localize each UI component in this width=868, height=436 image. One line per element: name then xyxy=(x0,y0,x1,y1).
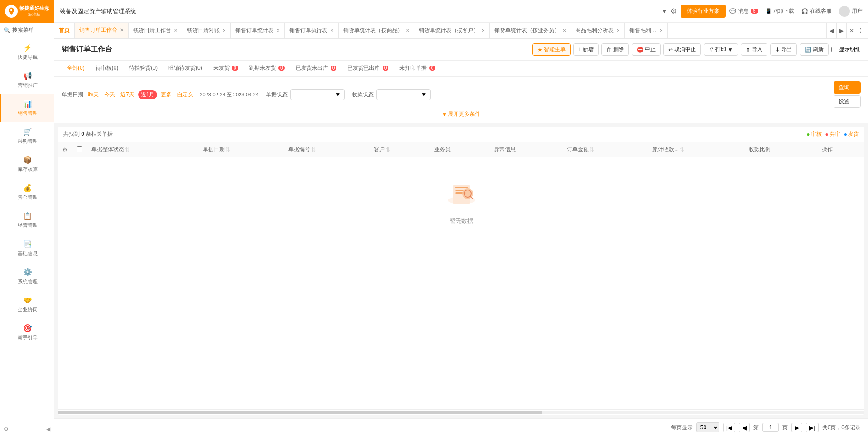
tab-close-icon-6[interactable]: ✕ xyxy=(406,28,409,33)
user-action[interactable]: 用户 xyxy=(839,6,863,17)
th-customer[interactable]: 客户 ⇅ xyxy=(369,142,429,157)
th-collected-sort[interactable]: 累计收款... ⇅ xyxy=(652,146,740,153)
sidebar-item-guide[interactable]: 🎯 新手引导 xyxy=(0,318,54,346)
filter-tab-pending-check[interactable]: 待挡验货(0) xyxy=(124,61,163,76)
collapse-icon[interactable]: ◀ xyxy=(46,426,50,432)
tab-sales-exec[interactable]: 销售订单执行表 ✕ xyxy=(285,23,339,39)
topbar-settings-icon[interactable]: ⚙ xyxy=(671,7,677,15)
show-detail-checkbox[interactable] xyxy=(831,47,837,52)
page-input[interactable] xyxy=(762,423,779,432)
filter-tab-not-shipped[interactable]: 未发货 0 xyxy=(208,61,244,76)
tab-salesman-stat[interactable]: 销货单统计表（按业务员） ✕ xyxy=(490,23,571,39)
last-page-button[interactable]: ▶| xyxy=(806,423,818,432)
select-all-checkbox[interactable] xyxy=(77,146,82,152)
date-today[interactable]: 今天 xyxy=(102,90,117,100)
sidebar-item-quick-nav[interactable]: ⚡ 快捷导航 xyxy=(0,38,54,66)
tab-close-icon[interactable]: ✕ xyxy=(120,28,124,33)
tabs-prev[interactable]: ◀ xyxy=(826,23,836,39)
prev-page-button[interactable]: ◀ xyxy=(739,423,750,432)
date-1month[interactable]: 近1月 xyxy=(138,90,158,99)
settings-icon[interactable]: ⚙ xyxy=(4,426,9,432)
expand-conditions-button[interactable]: ▼ 展开更多条件 xyxy=(442,110,481,118)
tab-goods-stat[interactable]: 销货单统计表（按商品） ✕ xyxy=(339,23,414,39)
tab-close-icon-9[interactable]: ✕ xyxy=(616,28,620,33)
sidebar-item-finance[interactable]: 💰 资金管理 xyxy=(0,178,54,206)
tab-close-icon-7[interactable]: ✕ xyxy=(481,28,485,33)
tab-close-icon-2[interactable]: ✕ xyxy=(174,28,177,33)
tab-sales-margin[interactable]: 销售毛利… ✕ xyxy=(625,23,668,39)
th-date-sort[interactable]: 单据日期 ⇅ xyxy=(203,146,279,153)
date-yesterday[interactable]: 昨天 xyxy=(86,90,101,100)
tabs-next[interactable]: ▶ xyxy=(836,23,846,39)
ship-action[interactable]: ● 发货 xyxy=(844,130,859,138)
filter-tab-shipped-no-out[interactable]: 已发货未出库 0 xyxy=(290,61,342,76)
tabs-maximize[interactable]: ⛶ xyxy=(857,23,868,39)
sidebar-item-inventory[interactable]: 📦 库存核算 xyxy=(0,150,54,178)
cancel-stop-button[interactable]: ↩ 取消中止 xyxy=(663,43,701,56)
th-collected[interactable]: 累计收款... ⇅ xyxy=(648,142,744,157)
th-gear[interactable]: ⚙ xyxy=(58,142,72,157)
delete-button[interactable]: 🗑 删除 xyxy=(601,43,629,56)
filter-tab-not-printed[interactable]: 未打印单据 0 xyxy=(394,61,441,76)
refresh-button[interactable]: 🔄 刷新 xyxy=(800,43,829,56)
sidebar-item-sales[interactable]: 📊 销售管理 xyxy=(0,94,54,122)
show-detail-checkbox-label[interactable]: 显示明细 xyxy=(831,46,861,53)
tab-home[interactable]: 首页 xyxy=(54,23,75,39)
filter-tab-wangpu[interactable]: 旺铺待发货(0) xyxy=(163,61,208,76)
tab-cash-reconcile[interactable]: 钱货日清对账 ✕ xyxy=(182,23,231,39)
sidebar-item-operations[interactable]: 📋 经营管理 xyxy=(0,206,54,234)
export-button[interactable]: ⬇ 导出 xyxy=(770,43,797,56)
tab-customer-stat[interactable]: 销货单统计表（按客户） ✕ xyxy=(414,23,490,39)
tabs-close-all[interactable]: ✕ xyxy=(846,23,857,39)
unreviewed-action[interactable]: ● 弃审 xyxy=(825,130,840,138)
settings-filter-button[interactable]: 设置 xyxy=(834,95,861,108)
query-button[interactable]: 查询 xyxy=(834,81,861,94)
th-customer-sort[interactable]: 客户 ⇅ xyxy=(374,146,425,153)
solution-button[interactable]: 体验行业方案 xyxy=(681,5,726,18)
tab-close-icon-4[interactable]: ✕ xyxy=(276,28,280,33)
online-service-action[interactable]: 🎧 在线客服 xyxy=(801,7,832,15)
sidebar-item-system[interactable]: ⚙️ 系统管理 xyxy=(0,262,54,290)
review-action[interactable]: ● 审核 xyxy=(806,130,821,138)
tab-close-icon-10[interactable]: ✕ xyxy=(659,28,663,33)
filter-tab-all[interactable]: 全部(0) xyxy=(62,61,90,76)
sidebar-item-purchase[interactable]: 🛒 采购管理 xyxy=(0,122,54,150)
th-number[interactable]: 单据编号 ⇅ xyxy=(284,142,369,157)
smart-create-button[interactable]: ★ 智能生单 xyxy=(532,43,571,56)
system-title-dropdown[interactable]: ▼ xyxy=(662,8,667,14)
sidebar-item-cooperation[interactable]: 🤝 企业协同 xyxy=(0,290,54,318)
import-button[interactable]: ⬆ 导入 xyxy=(741,43,767,56)
th-date[interactable]: 单据日期 ⇅ xyxy=(198,142,284,157)
date-7days[interactable]: 近7天 xyxy=(119,90,136,100)
status-select[interactable]: ▼ xyxy=(290,89,345,100)
print-button[interactable]: 🖨 打印 ▼ xyxy=(704,43,738,56)
tab-close-icon-8[interactable]: ✕ xyxy=(562,28,566,33)
filter-tab-shipped-out[interactable]: 已发货已出库 0 xyxy=(342,61,394,76)
tab-sales-order[interactable]: 销售订单工作台 ✕ xyxy=(75,23,129,39)
tab-sales-stat[interactable]: 销售订单统计表 ✕ xyxy=(231,23,285,39)
tab-close-icon-5[interactable]: ✕ xyxy=(330,28,334,33)
filter-tab-overdue[interactable]: 到期未发货 0 xyxy=(244,61,290,76)
payment-status-select[interactable]: ▼ xyxy=(376,89,431,100)
tab-cash-daily[interactable]: 钱货日清工作台 ✕ xyxy=(129,23,182,39)
next-page-button[interactable]: ▶ xyxy=(791,423,802,432)
app-download-action[interactable]: 📱 App下载 xyxy=(765,7,794,15)
filter-tab-pending-review[interactable]: 待审核(0) xyxy=(90,61,124,76)
date-more[interactable]: 更多 xyxy=(159,90,173,100)
table-scroll[interactable]: ⚙ 单据整体状态 ⇅ xyxy=(58,142,864,409)
scrollbar-thumb[interactable] xyxy=(58,411,542,414)
sidebar-item-basic-info[interactable]: 📑 基础信息 xyxy=(0,234,54,262)
per-page-select[interactable]: 50 10 20 100 xyxy=(696,422,719,432)
date-custom[interactable]: 自定义 xyxy=(175,90,195,100)
th-status-sort[interactable]: 单据整体状态 ⇅ xyxy=(91,146,194,153)
th-checkbox[interactable] xyxy=(72,142,87,157)
add-button[interactable]: + 新增 xyxy=(573,43,599,56)
message-action[interactable]: 💬 消息 6 xyxy=(729,7,758,15)
first-page-button[interactable]: |◀ xyxy=(723,423,735,432)
th-amount[interactable]: 订单金额 ⇅ xyxy=(562,142,648,157)
th-amount-sort[interactable]: 订单金额 ⇅ xyxy=(567,146,643,153)
scrollbar[interactable] xyxy=(58,409,864,415)
tab-margin[interactable]: 商品毛利分析表 ✕ xyxy=(571,23,625,39)
stop-button[interactable]: ⛔ 中止 xyxy=(632,43,661,56)
tab-close-icon-3[interactable]: ✕ xyxy=(222,28,226,33)
